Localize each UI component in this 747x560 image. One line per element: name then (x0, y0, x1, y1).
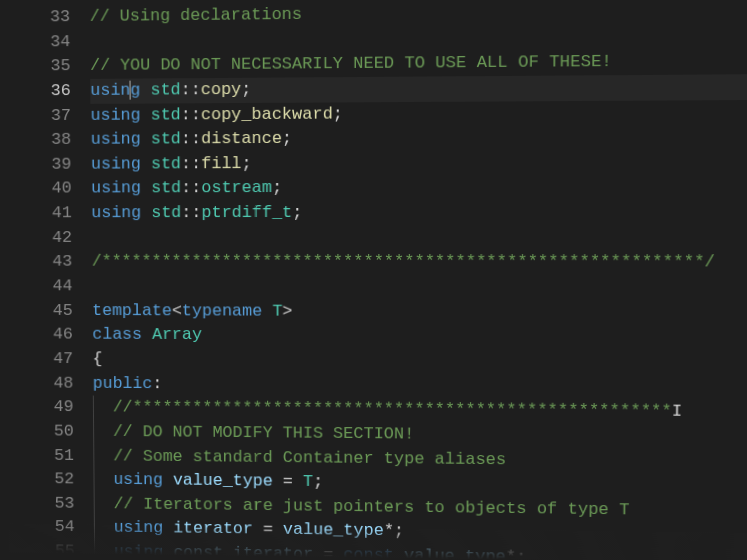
token-punct: ; (292, 203, 302, 222)
code-line[interactable]: using std::ptrdiff_t; (91, 200, 747, 225)
token-punct: :: (181, 80, 201, 99)
code-line[interactable]: using std::ostream; (91, 175, 747, 201)
code-line[interactable]: using std::fill; (91, 150, 747, 177)
line-number: 35 (4, 54, 71, 79)
line-number: 46 (7, 323, 73, 347)
token-keyword: g (130, 80, 150, 99)
token-namespace: std (151, 203, 181, 222)
line-number: 39 (5, 153, 71, 178)
token-keyword: template (92, 301, 172, 320)
line-number: 45 (7, 299, 73, 323)
token-punct: ; (241, 80, 251, 99)
token-function: fill (201, 154, 241, 173)
token-punct: :: (181, 105, 201, 124)
line-number: 44 (6, 274, 72, 298)
token-operator: = (273, 472, 303, 491)
token-namespace: std (151, 105, 181, 124)
token-type: T (303, 472, 313, 491)
token-type: ptrdiff_t (201, 203, 292, 222)
token-type: Array (152, 325, 202, 344)
code-line[interactable]: using std::distance; (91, 125, 747, 153)
token-comment: // Iterators are just pointers to object… (113, 494, 629, 519)
token-punct: ; (272, 178, 282, 197)
token-punct: ; (282, 129, 292, 148)
line-number: 33 (4, 5, 71, 30)
token-namespace: std (151, 154, 181, 173)
token-keyword: using (91, 154, 151, 173)
token-comment: // Some standard Container type aliases (113, 446, 506, 469)
token-cursor2: I (672, 402, 683, 421)
token-comment: // Using declarations (90, 5, 302, 26)
line-number: 52 (8, 467, 74, 492)
code-line[interactable]: using std::copy; (90, 74, 747, 103)
token-comment: //**************************************… (113, 398, 672, 421)
token-comment: // YOU DO NOT NECESSARILY NEED TO USE AL… (90, 52, 612, 75)
line-number: 53 (9, 491, 75, 516)
token-identifier: value_type (173, 471, 273, 491)
token-punct: ; (242, 154, 252, 173)
line-number: 48 (7, 371, 73, 396)
token-keyword: usin (90, 81, 130, 100)
token-punct: : (152, 374, 162, 393)
line-number: 40 (5, 177, 71, 202)
code-area[interactable]: // Using declarations // YOU DO NOT NECE… (90, 0, 747, 560)
token-punct: > (282, 301, 292, 320)
token-type: T (272, 301, 282, 320)
token-function: copy (201, 80, 242, 99)
token-punct: :: (181, 129, 201, 148)
line-number: 41 (6, 201, 72, 225)
token-namespace: std (150, 80, 180, 99)
token-punct: ; (313, 472, 323, 491)
line-number: 37 (5, 104, 71, 129)
token-punct: :: (181, 203, 201, 222)
code-line[interactable] (91, 226, 747, 251)
token-keyword: using (91, 179, 151, 198)
token-keyword: using (91, 203, 151, 222)
line-number: 49 (8, 395, 74, 420)
line-number: 34 (4, 30, 71, 55)
line-number: 38 (5, 128, 71, 153)
token-keyword: typename (182, 301, 273, 320)
line-number: 42 (6, 226, 72, 250)
code-line[interactable] (92, 275, 747, 301)
line-number: 51 (8, 443, 74, 468)
token-function: copy_backward (201, 104, 333, 124)
token-function: distance (201, 129, 282, 148)
token-keyword: using (113, 470, 173, 489)
code-line[interactable]: /***************************************… (92, 250, 747, 275)
code-line[interactable]: class Array (92, 323, 747, 350)
token-punct: < (172, 301, 182, 320)
token-keyword: class (92, 325, 152, 344)
token-punct: :: (181, 179, 201, 198)
token-comment: // DO NOT MODIFY THIS SECTION! (113, 422, 414, 443)
token-punct: :: (181, 154, 201, 173)
token-keyword: using (91, 130, 151, 149)
code-line[interactable]: using std::copy_backward; (90, 99, 747, 128)
line-number: 50 (8, 419, 74, 444)
code-line[interactable]: template<typename T> (92, 299, 747, 326)
code-editor[interactable]: 3334353637383940414243444546474849505152… (4, 0, 747, 560)
token-keyword: public (93, 374, 153, 393)
line-number: 43 (6, 250, 72, 274)
line-number: 36 (4, 79, 71, 104)
token-type: ostream (201, 179, 272, 198)
token-punct: ; (333, 104, 343, 123)
token-namespace: std (151, 179, 181, 198)
token-punct: { (92, 349, 102, 368)
line-number: 47 (7, 347, 73, 372)
token-namespace: std (151, 130, 181, 149)
line-number-gutter: 3334353637383940414243444546474849505152… (4, 5, 95, 560)
token-keyword: using (90, 105, 150, 124)
token-comment: /***************************************… (92, 252, 715, 272)
